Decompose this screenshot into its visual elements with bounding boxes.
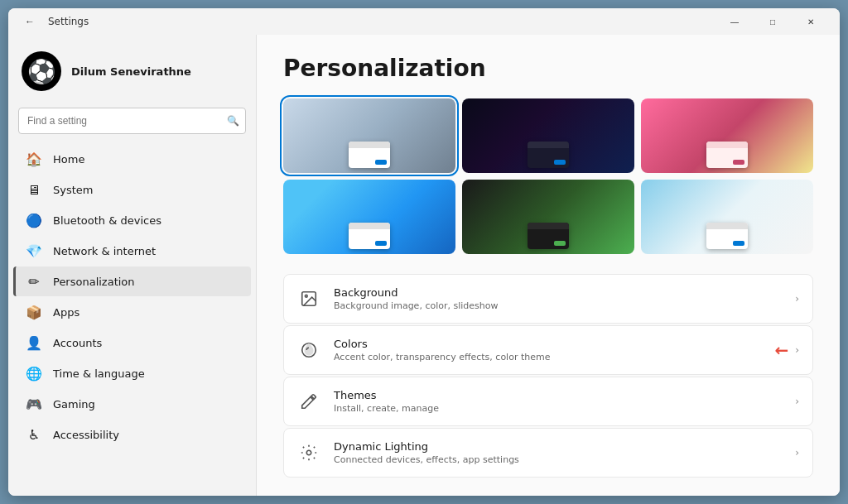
main-content: Personalization — [257, 35, 840, 496]
colors-arrow-area: ← › — [774, 340, 799, 360]
svg-point-1 — [305, 295, 307, 297]
settings-item-themes[interactable]: Themes Install, create, manage › — [283, 377, 813, 426]
bluetooth-icon: 🔵 — [26, 213, 41, 228]
home-icon: 🏠 — [26, 151, 41, 166]
sidebar-item-apps[interactable]: 📦 Apps — [13, 297, 251, 327]
dynamic-lighting-desc: Connected devices, effects, app settings — [334, 454, 782, 465]
apps-icon: 📦 — [26, 305, 41, 319]
themes-title: Themes — [334, 389, 782, 401]
sidebar-item-gaming[interactable]: 🎮 Gaming — [13, 389, 251, 419]
colors-icon — [297, 338, 320, 362]
user-section: ⚽ Dilum Senevirathne — [8, 41, 256, 104]
dynamic-lighting-chevron: › — [795, 447, 799, 458]
search-icon: 🔍 — [227, 115, 239, 127]
theme-miniwin-5 — [528, 223, 569, 249]
theme-miniwin-6 — [706, 223, 748, 249]
settings-item-dynamic-lighting[interactable]: Dynamic Lighting Connected devices, effe… — [283, 428, 813, 478]
theme-card-3[interactable] — [641, 98, 813, 173]
sidebar-item-accessibility[interactable]: ♿ Accessibility — [13, 420, 251, 449]
sidebar-item-personalization[interactable]: ✏️ Personalization — [13, 266, 251, 296]
accessibility-icon: ♿ — [26, 427, 41, 442]
maximize-button[interactable]: □ — [754, 8, 792, 35]
colors-text: Colors Accent color, transparency effect… — [334, 338, 761, 362]
sidebar-item-label-personalization: Personalization — [53, 276, 135, 288]
theme-card-6[interactable] — [641, 180, 813, 254]
sidebar-item-label-apps: Apps — [53, 306, 80, 319]
dynamic-lighting-title: Dynamic Lighting — [334, 440, 782, 453]
minimize-button[interactable]: — — [716, 8, 754, 35]
background-desc: Background image, color, slideshow — [334, 300, 782, 311]
theme-miniwin-1 — [349, 142, 390, 168]
background-title: Background — [334, 286, 782, 299]
theme-card-1[interactable] — [283, 98, 455, 173]
themes-desc: Install, create, manage — [334, 403, 782, 414]
theme-card-5[interactable] — [462, 180, 634, 254]
theme-miniwin-4 — [349, 223, 390, 249]
sidebar-item-label-accessibility: Accessibility — [53, 429, 119, 441]
search-input[interactable] — [18, 108, 246, 134]
background-icon — [297, 287, 320, 310]
background-text: Background Background image, color, slid… — [334, 286, 782, 311]
close-button[interactable]: ✕ — [792, 8, 830, 35]
content-area: ⚽ Dilum Senevirathne 🔍 🏠 Home 🖥 System 🔵… — [8, 35, 840, 496]
dynamic-lighting-text: Dynamic Lighting Connected devices, effe… — [334, 440, 782, 465]
sidebar-item-bluetooth[interactable]: 🔵 Bluetooth & devices — [13, 205, 251, 235]
theme-miniwin-2 — [528, 142, 569, 168]
window-title: Settings — [48, 16, 89, 27]
themes-text: Themes Install, create, manage — [334, 389, 782, 414]
avatar: ⚽ — [22, 51, 61, 91]
gaming-icon: 🎮 — [26, 396, 41, 411]
sidebar-item-system[interactable]: 🖥 System — [13, 175, 251, 204]
title-bar-controls: — □ ✕ — [716, 8, 830, 35]
sidebar-item-label-bluetooth: Bluetooth & devices — [53, 214, 161, 227]
system-icon: 🖥 — [26, 182, 41, 197]
settings-item-colors[interactable]: Colors Accent color, transparency effect… — [283, 325, 813, 375]
personalization-icon: ✏️ — [26, 274, 41, 289]
search-box: 🔍 — [18, 108, 246, 134]
title-bar: ← Settings — □ ✕ — [8, 8, 840, 35]
back-button[interactable]: ← — [18, 10, 41, 33]
settings-list: Background Background image, color, slid… — [283, 274, 813, 478]
themes-icon — [297, 390, 320, 413]
user-name: Dilum Senevirathne — [71, 65, 191, 78]
settings-item-background[interactable]: Background Background image, color, slid… — [283, 274, 813, 324]
sidebar-item-home[interactable]: 🏠 Home — [13, 144, 251, 174]
themes-chevron: › — [795, 396, 799, 407]
sidebar-item-time[interactable]: 🌐 Time & language — [13, 358, 251, 388]
theme-grid — [283, 98, 813, 254]
background-chevron: › — [795, 293, 799, 305]
sidebar-item-label-gaming: Gaming — [53, 398, 95, 410]
sidebar-item-label-home: Home — [53, 153, 84, 166]
settings-window: ← Settings — □ ✕ ⚽ Dilum Senevirathne 🔍 — [8, 8, 840, 496]
sidebar: ⚽ Dilum Senevirathne 🔍 🏠 Home 🖥 System 🔵… — [8, 35, 257, 496]
red-arrow-indicator: ← — [774, 340, 788, 360]
colors-title: Colors — [334, 338, 761, 350]
theme-miniwin-3 — [706, 142, 748, 168]
sidebar-item-accounts[interactable]: 👤 Accounts — [13, 328, 251, 358]
sidebar-item-label-system: System — [53, 184, 93, 196]
colors-desc: Accent color, transparency effects, colo… — [334, 352, 761, 362]
sidebar-item-label-time: Time & language — [53, 367, 145, 380]
page-title: Personalization — [283, 55, 813, 82]
accounts-icon: 👤 — [26, 335, 41, 350]
sidebar-item-label-network: Network & internet — [53, 245, 156, 257]
time-icon: 🌐 — [26, 366, 41, 381]
title-bar-left: ← Settings — [18, 10, 716, 33]
theme-card-4[interactable] — [283, 180, 455, 254]
dynamic-lighting-icon — [297, 441, 320, 464]
sidebar-item-label-accounts: Accounts — [53, 337, 102, 349]
theme-card-2[interactable] — [462, 98, 634, 173]
colors-chevron: › — [795, 344, 799, 356]
sidebar-item-network[interactable]: 💎 Network & internet — [13, 236, 251, 266]
svg-point-3 — [306, 450, 311, 455]
network-icon: 💎 — [26, 243, 41, 258]
